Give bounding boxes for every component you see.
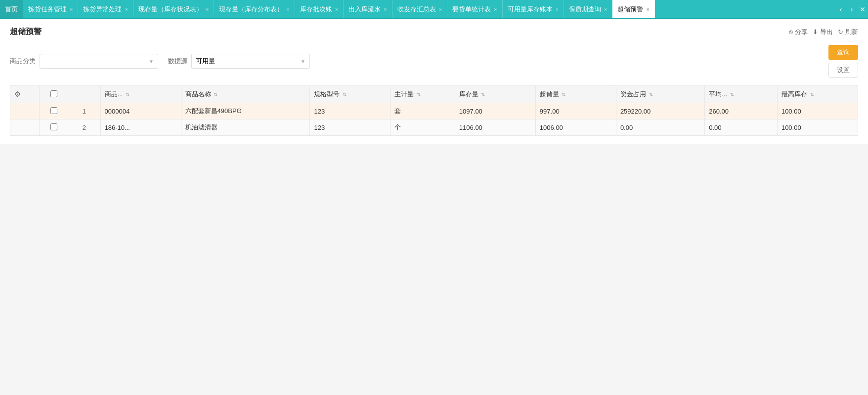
nav-batch-label: 库存批次账 bbox=[300, 5, 332, 14]
row-checkbox-cell[interactable] bbox=[39, 119, 68, 136]
refresh-button[interactable]: ↻ 刷新 bbox=[838, 28, 858, 37]
header-actions: ⎋ 分享 ⬇ 导出 ↻ 刷新 bbox=[789, 28, 858, 37]
nav-stock-status-label: 现存量（库存状况表） bbox=[138, 5, 203, 14]
page-content: 超储预警 ⎋ 分享 ⬇ 导出 ↻ 刷新 商品分类 ▼ 数据源 bbox=[0, 19, 868, 144]
nav-order-stats-label: 要货单统计表 bbox=[452, 5, 491, 14]
row-capital-cell: 0.00 bbox=[616, 119, 704, 136]
share-icon: ⎋ bbox=[789, 28, 793, 36]
table-row: 2 186-10... 机油滤清器 123 个 1106.00 1006.00 … bbox=[10, 119, 858, 136]
category-filter-label: 商品分类 bbox=[10, 57, 36, 66]
nav-exception-label: 拣货异常处理 bbox=[83, 5, 122, 14]
col-product-name-sort-icon: ⇅ bbox=[214, 92, 217, 97]
nav-stock-status-close[interactable]: × bbox=[206, 6, 209, 12]
nav-stock-dist-label: 现存量（库存分布表） bbox=[219, 5, 283, 14]
nav-home[interactable]: 首页 bbox=[0, 0, 23, 19]
datasource-filter-label: 数据源 bbox=[168, 57, 187, 66]
refresh-label: 刷新 bbox=[845, 28, 858, 37]
page-title: 超储预警 bbox=[10, 27, 42, 37]
nav-stock-status[interactable]: 现存量（库存状况表） × bbox=[133, 0, 214, 19]
row-max-stock-cell: 100.00 bbox=[777, 103, 858, 119]
datasource-chevron-icon: ▼ bbox=[301, 59, 305, 64]
category-filter-group: 商品分类 ▼ bbox=[10, 54, 158, 69]
nav-prev-button[interactable]: ‹ bbox=[835, 0, 846, 19]
nav-shelf-life-label: 保质期查询 bbox=[569, 5, 601, 14]
col-unit-sort-icon: ⇅ bbox=[417, 92, 421, 97]
export-button[interactable]: ⬇ 导出 bbox=[813, 28, 833, 37]
col-avg-price-sort-icon: ⇅ bbox=[730, 92, 734, 97]
nav-stock-dist[interactable]: 现存量（库存分布表） × bbox=[214, 0, 295, 19]
nav-summary[interactable]: 收发存汇总表 × bbox=[392, 0, 447, 19]
nav-exception-close[interactable]: × bbox=[125, 6, 128, 12]
col-avg-price-label: 平均... bbox=[709, 90, 727, 98]
nav-overstock-close[interactable]: × bbox=[646, 6, 649, 12]
col-capital-sort-icon: ⇅ bbox=[649, 92, 653, 97]
col-overstock-qty-header[interactable]: 超储量 ⇅ bbox=[535, 86, 616, 103]
settings-button[interactable]: 设置 bbox=[828, 63, 858, 78]
gear-icon: ⚙ bbox=[14, 90, 21, 98]
row-checkbox-cell[interactable] bbox=[39, 103, 68, 119]
col-product-name-header[interactable]: 商品名称 ⇅ bbox=[181, 86, 310, 103]
col-unit-label: 主计量 bbox=[394, 90, 414, 98]
row-avg-price-cell: 0.00 bbox=[705, 119, 778, 136]
filter-area: 商品分类 ▼ 数据源 可用量 ▼ 查询 设置 bbox=[10, 45, 858, 78]
row-avg-price-cell: 260.00 bbox=[705, 103, 778, 119]
nav-next-button[interactable]: › bbox=[846, 0, 857, 19]
nav-order-stats[interactable]: 要货单统计表 × bbox=[447, 0, 502, 19]
nav-close-tab-button[interactable]: ✕ bbox=[857, 0, 868, 19]
row-checkbox-0[interactable] bbox=[50, 107, 57, 114]
nav-stock-dist-close[interactable]: × bbox=[286, 6, 289, 12]
nav-inout-label: 出入库流水 bbox=[348, 5, 381, 14]
share-button[interactable]: ⎋ 分享 bbox=[789, 28, 808, 37]
right-buttons: 查询 设置 bbox=[828, 45, 858, 78]
nav-batch-close[interactable]: × bbox=[335, 6, 338, 12]
row-checkbox-1[interactable] bbox=[50, 123, 57, 130]
col-checkbox bbox=[39, 86, 68, 103]
col-max-stock-header[interactable]: 最高库存 ⇅ bbox=[777, 86, 858, 103]
col-overstock-qty-sort-icon: ⇅ bbox=[562, 92, 565, 97]
select-all-checkbox[interactable] bbox=[50, 90, 57, 97]
query-button[interactable]: 查询 bbox=[828, 45, 858, 60]
nav-available-label: 可用量库存账本 bbox=[508, 5, 553, 14]
col-spec-header[interactable]: 规格型号 ⇅ bbox=[310, 86, 391, 103]
nav-inout[interactable]: 出入库流水 × bbox=[344, 0, 392, 19]
col-product-code-header[interactable]: 商品... ⇅ bbox=[100, 86, 181, 103]
table-header-row: ⚙ 商品... ⇅ 商品名称 ⇅ 规格型号 ⇅ bbox=[10, 86, 858, 103]
nav-shelf-life-close[interactable]: × bbox=[604, 6, 607, 12]
nav-task-mgmt-close[interactable]: × bbox=[70, 6, 73, 12]
row-unit-cell: 个 bbox=[391, 119, 455, 136]
datasource-select-value: 可用量 bbox=[196, 57, 215, 66]
nav-summary-label: 收发存汇总表 bbox=[397, 5, 436, 14]
col-stock-qty-header[interactable]: 库存量 ⇅ bbox=[455, 86, 535, 103]
nav-order-stats-close[interactable]: × bbox=[494, 6, 497, 12]
col-spec-label: 规格型号 bbox=[314, 90, 340, 98]
datasource-select[interactable]: 可用量 ▼ bbox=[191, 54, 310, 69]
category-select[interactable]: ▼ bbox=[40, 54, 158, 69]
nav-overstock[interactable]: 超储预警 × bbox=[612, 0, 654, 19]
nav-batch[interactable]: 库存批次账 × bbox=[295, 0, 344, 19]
col-stock-qty-sort-icon: ⇅ bbox=[481, 92, 485, 97]
col-settings[interactable]: ⚙ bbox=[10, 86, 40, 103]
page-header: 超储预警 ⎋ 分享 ⬇ 导出 ↻ 刷新 bbox=[10, 27, 858, 37]
row-num-cell: 1 bbox=[68, 103, 100, 119]
col-capital-header[interactable]: 资金占用 ⇅ bbox=[616, 86, 704, 103]
nav-shelf-life[interactable]: 保质期查询 × bbox=[564, 0, 612, 19]
col-stock-qty-label: 库存量 bbox=[459, 90, 478, 98]
table-body: 1 0000004 六配套新昌490BPG 123 套 1097.00 997.… bbox=[10, 103, 858, 136]
col-avg-price-header[interactable]: 平均... ⇅ bbox=[705, 86, 778, 103]
nav-task-mgmt[interactable]: 拣货任务管理 × bbox=[23, 0, 78, 19]
col-unit-header[interactable]: 主计量 ⇅ bbox=[391, 86, 455, 103]
nav-summary-close[interactable]: × bbox=[439, 6, 442, 12]
col-overstock-qty-label: 超储量 bbox=[540, 90, 559, 98]
row-unit-cell: 套 bbox=[391, 103, 455, 119]
row-settings-cell bbox=[10, 119, 40, 136]
nav-exception[interactable]: 拣货异常处理 × bbox=[78, 0, 133, 19]
nav-inout-close[interactable]: × bbox=[384, 6, 387, 12]
row-product-code-cell: 0000004 bbox=[100, 103, 181, 119]
category-chevron-icon: ▼ bbox=[149, 59, 154, 64]
row-stock-qty-cell: 1097.00 bbox=[455, 103, 535, 119]
table-row: 1 0000004 六配套新昌490BPG 123 套 1097.00 997.… bbox=[10, 103, 858, 119]
nav-available-close[interactable]: × bbox=[556, 6, 559, 12]
nav-available[interactable]: 可用量库存账本 × bbox=[503, 0, 564, 19]
nav-arrows: ‹ › ✕ bbox=[835, 0, 868, 19]
col-product-code-sort-icon: ⇅ bbox=[126, 92, 130, 97]
